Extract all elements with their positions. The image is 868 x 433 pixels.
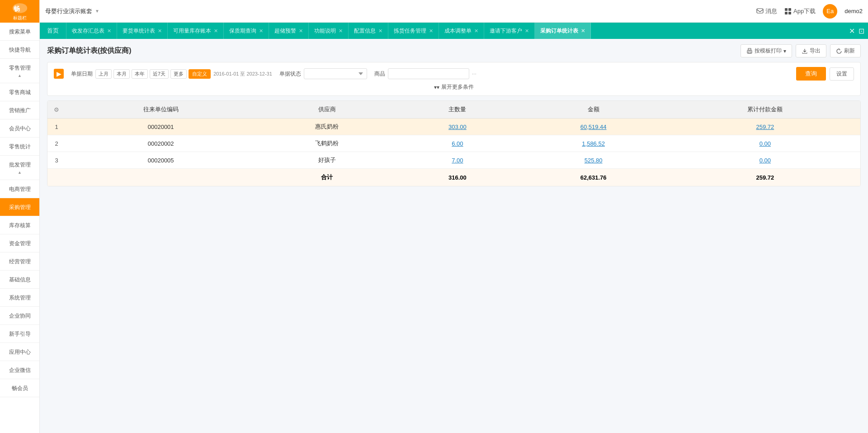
sidebar-item-new-guide[interactable]: 新手引导	[0, 325, 39, 343]
message-btn[interactable]: 消息	[756, 7, 777, 15]
cell-paid[interactable]: 259.72	[670, 119, 860, 135]
col-supplier: 供应商	[256, 101, 398, 119]
nav-tab-cost-adjust[interactable]: 成本调整单✕	[439, 23, 484, 39]
sidebar-item-quick-nav[interactable]: 快捷导航	[0, 41, 39, 59]
tab-close-btn[interactable]: ✕	[259, 28, 263, 34]
export-icon	[802, 48, 808, 54]
sidebar-item-retail-mgmt[interactable]: 零售管理▲	[0, 59, 39, 83]
tab-label: 首页	[47, 27, 59, 35]
print-arrow: ▾	[783, 48, 786, 54]
sidebar-item-label: 库存核算	[0, 222, 39, 229]
sidebar-item-label: 新手引导	[0, 330, 39, 338]
tab-close-btn[interactable]: ✕	[581, 28, 585, 34]
nav-tab-purchase-stats[interactable]: 采购订单统计表✕	[535, 23, 591, 39]
tab-close-btn[interactable]: ✕	[299, 28, 303, 34]
date-custom-btn[interactable]: 自定义	[189, 69, 211, 79]
nav-tab-available-stock[interactable]: 可用量库存账本✕	[168, 23, 224, 39]
nav-tab-picking-task[interactable]: 拣货任务管理✕	[388, 23, 439, 39]
workspace-arrow: ▼	[95, 9, 99, 14]
sidebar-item-purchase-mgmt[interactable]: 采购管理	[0, 198, 39, 216]
nav-tab-home[interactable]: 首页	[40, 23, 66, 39]
sidebar-item-ecommerce-mgmt[interactable]: 电商管理	[0, 180, 39, 198]
sidebar-item-enterprise-collab[interactable]: 企业协同	[0, 307, 39, 325]
cell-paid[interactable]: 0.00	[670, 152, 860, 169]
nav-tab-overstock-warning[interactable]: 超储预警✕	[269, 23, 309, 39]
sidebar-item-marketing[interactable]: 营销推广	[0, 101, 39, 119]
sidebar-item-label: 营销推广	[0, 107, 39, 114]
table-row: 2 00020002 飞鹤奶粉 6.00 1,586.52 0.00	[47, 135, 860, 152]
sidebar-item-member-center[interactable]: 会员中心	[0, 119, 39, 138]
tab-close-btn[interactable]: ✕	[107, 28, 111, 34]
nav-tab-config-info[interactable]: 配置信息✕	[349, 23, 388, 39]
col-settings[interactable]: ⚙	[47, 101, 66, 119]
sidebar-item-label: 应用中心	[0, 348, 39, 356]
sidebar-item-inventory-check[interactable]: 库存核算	[0, 216, 39, 234]
nav-tab-receive-send[interactable]: 收发存汇总表✕	[66, 23, 117, 39]
sidebar-item-retail-store[interactable]: 零售商城	[0, 83, 39, 101]
tab-close-btn[interactable]: ✕	[378, 28, 382, 34]
table-body: 1 00020001 惠氏奶粉 303.00 60,519.44 259.72 …	[47, 119, 860, 169]
nav-tab-expiry-query[interactable]: 保质期查询✕	[224, 23, 269, 39]
sidebar-item-enterprise-wechat[interactable]: 企业微信	[0, 361, 39, 379]
sidebar-item-vip-member[interactable]: 畅会员	[0, 379, 39, 397]
sidebar-item-retail-stats[interactable]: 零售统计	[0, 138, 39, 156]
export-btn[interactable]: 导出	[796, 44, 826, 57]
sidebar-item-search[interactable]: 搜索菜单	[0, 23, 39, 41]
workspace-selector[interactable]: 母婴行业演示账套 ▼	[45, 7, 118, 15]
status-select[interactable]: 待审核 已审核	[304, 68, 367, 79]
setting-btn[interactable]: 设置	[830, 67, 854, 81]
goods-more-btn[interactable]: ···	[472, 71, 476, 77]
app-download-btn[interactable]: App下载	[784, 7, 816, 15]
maximize-btn[interactable]: ⊡	[859, 27, 864, 35]
cell-qty[interactable]: 6.00	[398, 135, 517, 152]
tab-label: 拣货任务管理	[394, 27, 426, 35]
cell-amount[interactable]: 1,586.52	[517, 135, 670, 152]
sidebar-item-finance-mgmt[interactable]: 资金管理	[0, 234, 39, 252]
footer-qty: 316.00	[398, 169, 517, 186]
date-this-month[interactable]: 本月	[113, 69, 130, 79]
tab-close-btn[interactable]: ✕	[429, 28, 433, 34]
sidebar-item-basic-info[interactable]: 基础信息	[0, 271, 39, 289]
tab-close-btn[interactable]: ✕	[158, 28, 162, 34]
cell-qty[interactable]: 7.00	[398, 152, 517, 169]
sidebar-item-label: 电商管理	[0, 186, 39, 193]
filter-toggle-btn[interactable]: ▶	[54, 69, 64, 79]
sidebar-item-wholesale-mgmt[interactable]: 批发管理▲	[0, 156, 39, 180]
refresh-label: 刷新	[844, 47, 855, 55]
close-tab-btn[interactable]: ✕	[849, 27, 855, 35]
nav-tab-function-desc[interactable]: 功能说明✕	[309, 23, 349, 39]
cell-paid[interactable]: 0.00	[670, 135, 860, 152]
date-last-month[interactable]: 上月	[95, 69, 112, 79]
sidebar-item-app-center[interactable]: 应用中心	[0, 343, 39, 361]
sidebar-item-ops-mgmt[interactable]: 经营管理	[0, 252, 39, 271]
tab-close-btn[interactable]: ✕	[474, 28, 478, 34]
app-logo[interactable]: 畅 标题栏	[0, 0, 39, 23]
cell-code: 00020002	[66, 135, 256, 152]
svg-rect-9	[748, 52, 751, 53]
sidebar-item-sys-mgmt[interactable]: 系统管理	[0, 289, 39, 307]
query-btn[interactable]: 查询	[796, 67, 826, 81]
nav-tab-order-stats[interactable]: 要货单统计表✕	[117, 23, 168, 39]
content-area: 采购订单统计表(按供应商) 按模板打印 ▾ 导出	[40, 39, 868, 433]
sidebar-item-label: 企业微信	[0, 366, 39, 374]
tab-close-btn[interactable]: ✕	[214, 28, 218, 34]
expand-more-btn[interactable]: ▾▾ 展开更多条件	[434, 83, 474, 91]
goods-input[interactable]	[388, 68, 469, 79]
cell-amount[interactable]: 60,519.44	[517, 119, 670, 135]
tab-close-btn[interactable]: ✕	[525, 28, 529, 34]
cell-supplier: 惠氏奶粉	[256, 119, 398, 135]
cell-qty[interactable]: 303.00	[398, 119, 517, 135]
nav-tab-invite-downstream[interactable]: 邀请下游客户✕	[484, 23, 535, 39]
main-area: 母婴行业演示账套 ▼ 消息 App下载	[40, 0, 868, 433]
cell-code: 00020005	[66, 152, 256, 169]
tab-close-btn[interactable]: ✕	[339, 28, 343, 34]
print-btn[interactable]: 按模板打印 ▾	[741, 44, 792, 57]
date-7days[interactable]: 近7天	[150, 69, 169, 79]
date-this-year[interactable]: 本年	[132, 69, 148, 79]
cell-amount[interactable]: 525.80	[517, 152, 670, 169]
svg-rect-3	[785, 8, 788, 11]
refresh-btn[interactable]: 刷新	[830, 44, 861, 57]
settings-icon[interactable]: ⚙	[53, 106, 60, 113]
date-more[interactable]: 更多	[170, 69, 187, 79]
user-avatar[interactable]: Ea	[823, 4, 837, 19]
